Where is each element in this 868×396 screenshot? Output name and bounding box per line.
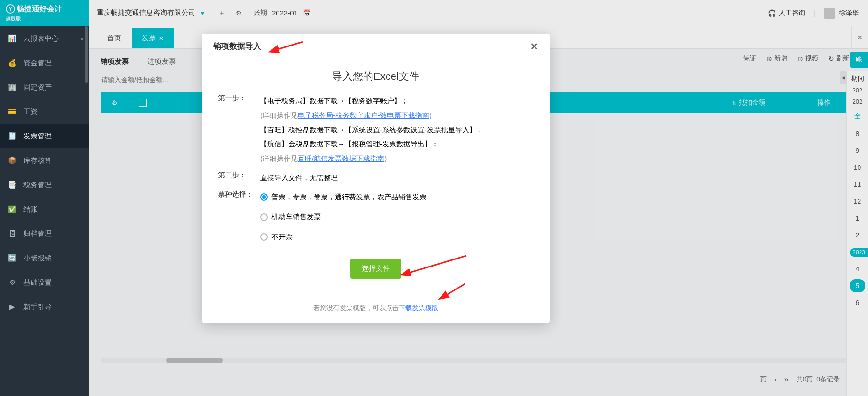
choose-file-button[interactable]: 选择文件	[350, 259, 401, 279]
step1-line3: 【航信】金税盘数据下载→【报税管理-发票数据导出】；	[260, 137, 534, 152]
invoice-kind-label: 票种选择：	[218, 190, 260, 250]
radio-option-vehicle[interactable]: 机动车销售发票	[260, 210, 534, 224]
radio-icon	[260, 193, 268, 201]
radio-option-none[interactable]: 不开票	[260, 230, 534, 244]
modal-body: 导入您的Excel文件 第一步： 【电子税务局】数据下载→【税务数字账户】； (…	[202, 59, 550, 297]
radio-option-general[interactable]: 普票，专票，卷票，通行费发票，农产品销售发票	[260, 190, 534, 205]
modal-header: 销项数据导入 ✕	[202, 34, 550, 59]
radio-label: 机动车销售发票	[271, 210, 321, 224]
step2-label: 第二步：	[218, 171, 260, 185]
step1-hint1: (详细操作见电子税务局-税务数字账户-数电票下载指南)	[260, 108, 534, 123]
step1-label: 第一步：	[218, 94, 260, 166]
modal-heading: 导入您的Excel文件	[218, 69, 534, 84]
radio-label: 普票，专票，卷票，通行费发票，农产品销售发票	[271, 190, 426, 205]
radio-icon	[260, 213, 268, 221]
step1-hint2: (详细操作见百旺/航信发票数据下载指南)	[260, 152, 534, 166]
radio-icon	[260, 233, 268, 241]
download-template-link[interactable]: 下载发票模版	[399, 304, 438, 312]
modal-title-text: 销项数据导入	[213, 41, 261, 52]
import-modal: 销项数据导入 ✕ 导入您的Excel文件 第一步： 【电子税务局】数据下载→【税…	[202, 34, 550, 323]
modal-footer: 若您没有发票模版，可以点击下载发票模版	[202, 297, 550, 323]
step1-line2: 【百旺】税控盘数据下载→【系统设置-系统参数设置-发票批量导入】；	[260, 123, 534, 137]
step2-text: 直接导入文件，无需整理	[260, 174, 338, 182]
baiwang-guide-link[interactable]: 百旺/航信发票数据下载指南	[298, 154, 384, 162]
etax-guide-link[interactable]: 电子税务局-税务数字账户-数电票下载指南	[298, 111, 429, 119]
step1-line1: 【电子税务局】数据下载→【税务数字账户】；	[260, 94, 534, 108]
radio-label: 不开票	[271, 230, 293, 244]
close-icon[interactable]: ✕	[530, 41, 538, 52]
